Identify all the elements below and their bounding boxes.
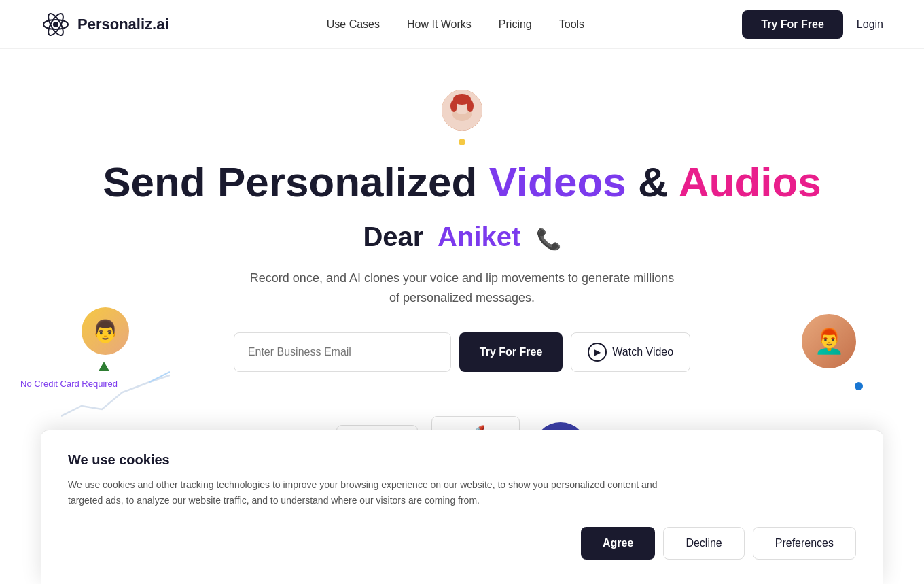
headline-start: Send Personalized <box>103 158 489 205</box>
play-icon: ▶ <box>588 343 607 362</box>
logo-icon <box>41 10 71 39</box>
nav-how-it-works[interactable]: How It Works <box>407 18 472 31</box>
nav-try-button[interactable]: Try For Free <box>742 10 842 39</box>
watch-label: Watch Video <box>612 346 673 358</box>
email-input[interactable] <box>234 332 451 372</box>
hero-subtext: Record once, and AI clones your voice an… <box>14 269 910 308</box>
headline-videos: Videos <box>489 158 626 205</box>
dear-name: Aniket <box>438 222 520 252</box>
hero-form: Try For Free ▶ Watch Video <box>14 332 910 372</box>
float-chart <box>61 368 170 426</box>
brand-name: Personaliz.ai <box>77 16 169 33</box>
svg-point-10 <box>467 100 474 112</box>
dear-line: Dear Aniket 📞 <box>14 222 910 252</box>
headline-middle: & <box>626 158 679 205</box>
hero-dot-yellow <box>459 139 465 145</box>
headline-audios: Audios <box>679 158 821 205</box>
nav-links: Use Cases How It Works Pricing Tools <box>327 18 584 31</box>
nav-pricing[interactable]: Pricing <box>499 18 532 31</box>
nav-use-cases[interactable]: Use Cases <box>327 18 380 31</box>
nav-tools[interactable]: Tools <box>559 18 584 31</box>
hero-headline: Send Personalized Videos & Audios <box>14 159 910 205</box>
hero-sub-line1: Record once, and AI clones your voice an… <box>250 271 674 285</box>
dear-label: Dear <box>363 222 423 252</box>
brand-logo[interactable]: Personaliz.ai <box>41 10 169 39</box>
svg-point-9 <box>450 100 457 112</box>
dear-phone-icon: 📞 <box>536 228 561 250</box>
float-avatar-right: 👨‍🦰 <box>802 314 856 368</box>
cookie-title: We use cookies <box>68 452 856 468</box>
hero-avatar-top <box>442 90 482 131</box>
watch-video-button[interactable]: ▶ Watch Video <box>571 332 690 372</box>
nav-login-button[interactable]: Login <box>857 18 883 31</box>
svg-point-0 <box>53 22 58 27</box>
float-avatar-left: 👨 <box>82 307 129 355</box>
nav-actions: Try For Free Login <box>742 10 883 39</box>
cookie-banner: We use cookies We use cookies and other … <box>41 430 883 510</box>
hero-sub-line2: of personalized messages. <box>389 291 535 305</box>
navbar: Personaliz.ai Use Cases How It Works Pri… <box>0 0 924 49</box>
try-for-free-button[interactable]: Try For Free <box>459 332 563 372</box>
float-dot-blue <box>855 382 863 390</box>
cookie-body: We use cookies and other tracking techno… <box>68 477 679 508</box>
